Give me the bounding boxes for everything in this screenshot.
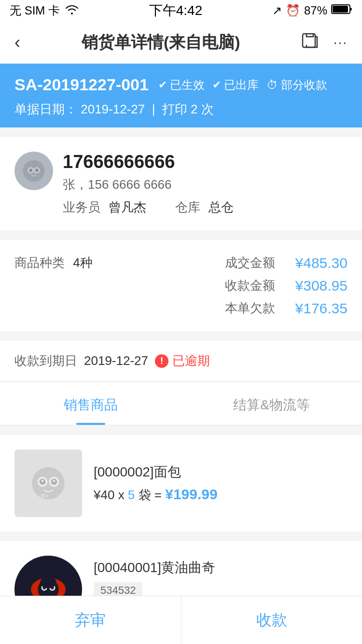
amount-section: 商品种类 4种 成交金额 ¥485.30 收款金额 ¥308.95 本单欠款 ¥…	[0, 240, 362, 331]
collected-amount-row: 收款金额 ¥308.95	[225, 277, 348, 294]
product-unit-1: 袋	[139, 488, 151, 502]
collect-payment-button[interactable]: 收款	[181, 596, 362, 644]
svg-text:鱼+: 鱼+	[41, 493, 49, 499]
due-date-label: 收款到期日	[14, 352, 77, 369]
tabs-section: 销售商品 结算&物流等	[0, 382, 362, 425]
overdue-text: 已逾期	[172, 352, 210, 369]
alarm-icon: ⏰	[286, 4, 300, 17]
tab-settlement-logistics[interactable]: 结算&物流等	[181, 382, 362, 425]
customer-name: 张，156 6666 6666	[63, 176, 348, 193]
transaction-amount-row: 成交金额 ¥485.30	[225, 254, 348, 271]
carrier-text: 无 SIM 卡	[10, 3, 60, 18]
order-id: SA-20191227-001	[14, 75, 149, 94]
nav-right-actions: ···	[302, 32, 348, 53]
collected-value: ¥308.95	[285, 278, 348, 294]
product-item: 鱼+ [0000002]面包 ¥40 x 5 袋 = ¥199.99	[0, 435, 362, 532]
product-price-row-1: ¥40 x 5 袋 = ¥199.99	[94, 486, 348, 504]
order-date-info: 单据日期： 2019-12-27 | 打印 2 次	[14, 101, 348, 118]
tab-sales-products[interactable]: 销售商品	[0, 382, 181, 425]
transaction-value: ¥485.30	[285, 255, 348, 271]
badge-effective: ✔ 已生效	[158, 77, 205, 93]
customer-section: 17666666666 张，156 6666 6666 业务员 曾凡杰 仓库 总…	[0, 137, 362, 230]
product-info-1: [0000002]面包 ¥40 x 5 袋 = ¥199.99	[94, 463, 348, 504]
salesperson-value: 曾凡杰	[109, 200, 146, 214]
check-icon-1: ✔	[158, 79, 167, 91]
product-qty-1: 5	[128, 488, 135, 502]
product-total-1: ¥199.99	[165, 486, 217, 502]
svg-point-14	[53, 480, 56, 482]
product-name-1: [0000002]面包	[94, 463, 348, 481]
product-count-value: 4种	[73, 255, 92, 270]
warehouse-value: 总仓	[209, 200, 234, 214]
check-icon-2: ✔	[212, 79, 221, 91]
warehouse-label: 仓库	[175, 200, 200, 214]
customer-meta: 业务员 曾凡杰 仓库 总仓	[63, 199, 348, 216]
wifi-icon	[65, 4, 79, 17]
clock-icon: ⏱	[266, 78, 278, 92]
owed-label: 本单欠款	[225, 300, 275, 317]
share-icon[interactable]	[302, 32, 319, 53]
cancel-review-button[interactable]: 弃审	[0, 596, 181, 644]
transaction-label: 成交金额	[225, 254, 275, 271]
due-date-section: 收款到期日 2019-12-27 ! 已逾期	[0, 341, 362, 381]
customer-avatar	[14, 152, 53, 190]
customer-phone: 17666666666	[63, 152, 348, 172]
svg-point-13	[42, 480, 44, 482]
due-date-value: 2019-12-27	[84, 353, 148, 368]
product-price-1: ¥40	[94, 488, 114, 502]
overdue-badge: ! 已逾期	[155, 352, 210, 369]
amount-details: 成交金额 ¥485.30 收款金额 ¥308.95 本单欠款 ¥176.35	[225, 254, 348, 317]
bottom-action-bar: 弃审 收款	[0, 596, 362, 644]
svg-point-7	[35, 168, 39, 172]
svg-point-24	[40, 577, 56, 588]
product-count: 商品种类 4种	[14, 254, 93, 271]
location-icon: ↗	[272, 4, 282, 17]
svg-point-6	[29, 168, 33, 172]
svg-rect-1	[333, 6, 348, 13]
product-count-label: 商品种类	[14, 255, 65, 270]
status-bar-left: 无 SIM 卡	[10, 3, 79, 18]
more-icon[interactable]: ···	[334, 35, 348, 50]
page-title: 销货单详情(来自电脑)	[82, 31, 240, 54]
status-bar: 无 SIM 卡 下午4:42 ↗ ⏰ 87%	[0, 0, 362, 21]
salesperson-label: 业务员	[63, 200, 100, 214]
nav-bar: ‹ 销货单详情(来自电脑) ···	[0, 21, 362, 64]
badge-partial-payment: ⏱ 部分收款	[266, 77, 327, 93]
battery-text: 87%	[304, 4, 327, 17]
battery-icon	[331, 4, 352, 17]
svg-point-3	[23, 160, 45, 182]
product-thumbnail-1: 鱼+	[14, 449, 82, 517]
collected-label: 收款金额	[225, 277, 275, 294]
owed-amount-row: 本单欠款 ¥176.35	[225, 300, 348, 317]
badge-shipped: ✔ 已出库	[212, 77, 259, 93]
owed-value: ¥176.35	[285, 300, 348, 317]
status-bar-time: 下午4:42	[149, 1, 203, 20]
order-header-banner: SA-20191227-001 ✔ 已生效 ✔ 已出库 ⏱ 部分收款 单据日期：…	[0, 64, 362, 127]
status-bar-right: ↗ ⏰ 87%	[272, 4, 352, 17]
customer-info: 17666666666 张，156 6666 6666 业务员 曾凡杰 仓库 总…	[63, 152, 348, 216]
product-name-2: [00040001]黄油曲奇	[94, 559, 348, 577]
back-button[interactable]: ‹	[14, 32, 20, 53]
overdue-dot-icon: !	[155, 354, 168, 368]
order-badges: ✔ 已生效 ✔ 已出库 ⏱ 部分收款	[158, 77, 327, 93]
